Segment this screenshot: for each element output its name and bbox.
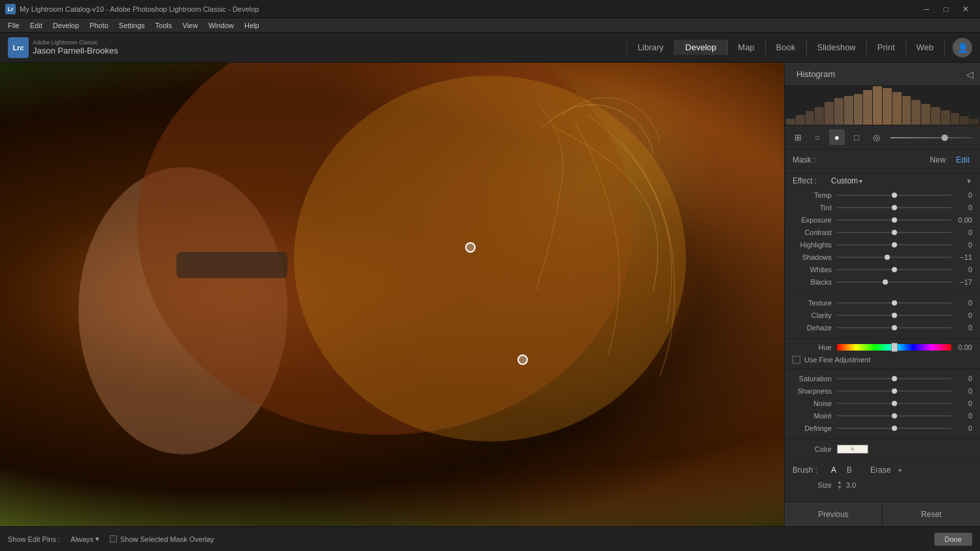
nav-book[interactable]: Book (766, 40, 807, 55)
clarity-thumb[interactable] (892, 313, 897, 318)
nav-slideshow[interactable]: Slideshow (807, 40, 867, 55)
photo-background (0, 63, 784, 526)
brush-b-button[interactable]: B (844, 465, 855, 475)
brush-erase-button[interactable]: Erase (870, 465, 890, 475)
show-mask-overlay-checkbox[interactable]: Show Selected Mask Overlay (110, 535, 214, 543)
menu-help[interactable]: Help (239, 20, 265, 31)
exposure-thumb[interactable] (892, 217, 897, 223)
tool-grid-icon[interactable]: ⊞ (790, 129, 806, 145)
tool-small-circle-icon[interactable]: ◎ (868, 129, 884, 145)
moire-track[interactable] (837, 415, 951, 417)
dehaze-thumb[interactable] (892, 325, 897, 330)
color-swatch[interactable] (837, 445, 868, 454)
nav-develop[interactable]: Develop (675, 40, 728, 55)
fine-adjustment-checkbox[interactable] (792, 356, 800, 364)
lrc-name: Adobe Lightroom Classic Jason Parnell-Br… (33, 39, 118, 55)
sharpness-track[interactable] (837, 390, 951, 392)
panel-bottom-buttons: Previous Reset (785, 501, 980, 526)
size-stepper[interactable]: ▲ ▼ (837, 480, 842, 490)
nav-library[interactable]: Library (627, 40, 675, 55)
tint-track[interactable] (837, 207, 951, 208)
user-avatar[interactable]: 👤 (953, 38, 972, 57)
exposure-track[interactable] (837, 219, 951, 221)
slider-contrast: Contrast 0 (792, 227, 972, 238)
defringe-value: 0 (951, 424, 972, 432)
contrast-track[interactable] (837, 232, 951, 233)
tool-circle-filled-icon[interactable]: ● (829, 129, 845, 145)
temp-track[interactable] (837, 195, 951, 196)
blacks-thumb[interactable] (883, 279, 888, 285)
mask-new-button[interactable]: New (927, 155, 948, 165)
highlights-thumb[interactable] (892, 242, 897, 247)
window-title: My Lightroom Catalog-v10 - Adobe Photosh… (20, 5, 917, 13)
hue-thumb[interactable] (891, 343, 898, 352)
noise-thumb[interactable] (892, 401, 897, 406)
nav-web[interactable]: Web (906, 40, 945, 55)
effect-dropdown-icon[interactable]: ▾ (859, 178, 862, 185)
menu-tools[interactable]: Tools (150, 20, 178, 31)
noise-track[interactable] (837, 403, 951, 404)
tint-thumb[interactable] (892, 205, 897, 210)
sharpness-thumb[interactable] (892, 388, 897, 394)
blacks-track[interactable] (837, 281, 951, 283)
size-down-icon[interactable]: ▼ (837, 485, 842, 490)
menu-develop[interactable]: Develop (48, 20, 84, 31)
brush-a-button[interactable]: A (828, 465, 839, 475)
menu-settings[interactable]: Settings (114, 20, 150, 31)
whites-thumb[interactable] (892, 267, 897, 272)
always-dropdown[interactable]: Always ▾ (71, 535, 99, 543)
menubar: File Edit Develop Photo Settings Tools V… (0, 18, 980, 33)
sliders-group-2: Texture 0 Clarity 0 Dehaze (785, 296, 980, 336)
slider-moire: Moiré 0 (792, 410, 972, 422)
nav-print[interactable]: Print (867, 40, 906, 55)
slider-dehaze: Dehaze 0 (792, 322, 972, 334)
menu-edit[interactable]: Edit (25, 20, 48, 31)
maximize-button[interactable]: □ (937, 0, 955, 18)
saturation-thumb[interactable] (892, 376, 897, 381)
nav-map[interactable]: Map (728, 40, 766, 55)
tool-circle-outline-icon[interactable]: ○ (809, 129, 825, 145)
sharpness-label: Sharpness (792, 387, 837, 395)
defringe-thumb[interactable] (892, 426, 897, 431)
shadows-thumb[interactable] (885, 255, 890, 260)
slider-defringe: Defringe 0 (792, 422, 972, 434)
defringe-track[interactable] (837, 428, 951, 429)
contrast-thumb[interactable] (892, 230, 897, 235)
highlights-track[interactable] (837, 244, 951, 245)
clarity-track[interactable] (837, 315, 951, 316)
menu-view[interactable]: View (177, 20, 203, 31)
menu-window[interactable]: Window (203, 20, 239, 31)
done-button[interactable]: Done (934, 533, 972, 546)
menu-file[interactable]: File (3, 20, 25, 31)
texture-value: 0 (951, 299, 972, 307)
minimize-button[interactable]: ─ (917, 0, 936, 18)
brush-row: Brush : A B Erase ▾ (785, 462, 980, 478)
tool-square-icon[interactable]: □ (849, 129, 864, 145)
shadows-track[interactable] (837, 257, 951, 258)
brush-dropdown-icon[interactable]: ▾ (898, 467, 902, 474)
texture-thumb[interactable] (892, 300, 897, 306)
previous-button[interactable]: Previous (785, 502, 883, 526)
slider-blacks: Blacks −17 (792, 276, 972, 288)
reset-button[interactable]: Reset (883, 502, 980, 526)
dehaze-track[interactable] (837, 327, 951, 328)
slider-noise: Noise 0 (792, 398, 972, 409)
moire-thumb[interactable] (892, 413, 897, 418)
titlebar: Lr My Lightroom Catalog-v10 - Adobe Phot… (0, 0, 980, 18)
photo-area (0, 63, 784, 526)
menu-photo[interactable]: Photo (84, 20, 114, 31)
temp-thumb[interactable] (892, 193, 897, 198)
defringe-label: Defringe (792, 424, 837, 432)
saturation-track[interactable] (837, 378, 951, 379)
blacks-label: Blacks (792, 278, 837, 286)
hue-track[interactable] (837, 344, 951, 351)
mask-edit-button[interactable]: Edit (953, 155, 972, 165)
effect-arrow-icon[interactable]: ▼ (966, 178, 972, 185)
mask-overlay-checkbox-box[interactable] (110, 535, 117, 543)
close-button[interactable]: ✕ (956, 0, 975, 18)
texture-track[interactable] (837, 302, 951, 304)
histogram-expand-icon[interactable]: ◁ (966, 69, 973, 80)
slider-saturation: Saturation 0 (792, 373, 972, 385)
whites-track[interactable] (837, 269, 951, 270)
temp-value: 0 (951, 191, 972, 199)
